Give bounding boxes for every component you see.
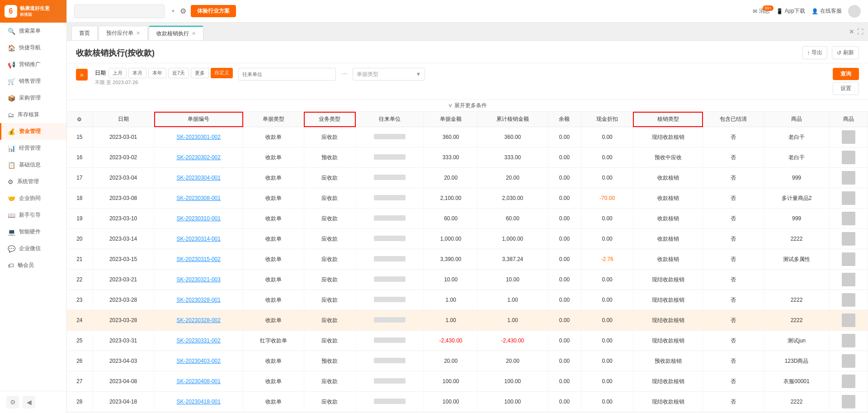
sidebar-item-marketing[interactable]: 📢 营销推广 [0,56,66,73]
search-input[interactable] [78,8,160,14]
cell-write-type: 现结收款核销 [633,270,703,290]
sidebar-item-basic[interactable]: 📋 基础信息 [0,157,66,173]
sidebar-item-weixin[interactable]: 💬 企业微信 [0,240,66,257]
date-btn-thisyear[interactable]: 本年 [148,68,166,78]
sidebar-label-enterprise: 企业协同 [19,195,41,202]
sidebar-item-quicknav[interactable]: 🏠 快捷导航 [0,39,66,56]
col-discount: 现金折扣 [581,112,633,127]
cell-product2 [830,392,868,412]
sidebar-item-hardware[interactable]: 💻 智能硬件 [0,223,66,240]
sidebar-item-finance[interactable]: 💰 资金管理 [0,123,66,140]
cell-product2 [830,209,868,229]
cell-date: 2023-03-14 [92,229,154,249]
data-table: ⚙ 日期 单据编号 单据类型 业务类型 往来单位 单据金额 累计核销金额 余额 … [67,112,868,413]
table-row: 25 2023-03-31 SK-20230331-002 红字收款单 应收款 … [67,331,868,351]
cell-type: 红字收款单 [243,331,304,351]
topbar: ▼ ⚙ 体验行业方案 ✉ 消息 99+ 📱 App下载 👤 在线客服 [67,0,868,23]
cell-written: 10.00 [478,270,547,290]
table-row: 20 2023-03-14 SK-20230314-001 收款单 应收款 1,… [67,229,868,249]
cell-settled: 否 [703,392,764,412]
cell-settled: 否 [703,147,764,168]
cell-code: SK-20230321-003 [154,270,243,290]
cell-write-type: 现结收款核销 [633,310,703,331]
service-label: 在线客服 [820,7,842,15]
cell-date: 2023-03-04 [92,168,154,188]
tab-receipt[interactable]: 收款核销执行 ✕ [149,26,203,40]
partner-label: 往来单位 [242,71,262,78]
filter-actions: 查询 设置 [833,68,859,95]
cell-written: 20.00 [478,351,547,371]
date-btn-7days[interactable]: 近7天 [168,68,189,78]
close-window-icon[interactable]: ✕ [849,28,854,35]
cell-product1: 999 [764,209,830,229]
tab-home[interactable]: 首页 [71,26,98,40]
sidebar-item-purchase[interactable]: 📦 采购管理 [0,90,66,106]
tab-receipt-close[interactable]: ✕ [192,31,196,37]
sidebar-collapse-btn[interactable]: ◀ [23,396,35,408]
cell-type: 收款单 [243,188,304,209]
sidebar-item-guide[interactable]: 📖 新手引导 [0,207,66,223]
cell-discount: 0.00 [581,392,633,412]
cell-date: 2023-03-10 [92,209,154,229]
sidebar-item-system[interactable]: ⚙ 系统管理 [0,173,66,190]
cell-biz: 应收款 [304,371,356,392]
table-row: 19 2023-03-10 SK-20230310-001 收款单 应收款 60… [67,209,868,229]
table-row: 15 2023-03-01 SK-20230301-002 收款单 应收款 36… [67,127,868,147]
table-row: 26 2023-04-03 SK-20230403-002 收款单 预收款 20… [67,351,868,371]
settings-gear-icon[interactable]: ⚙ [180,7,186,15]
col-settled: 包含已结清 [703,112,764,127]
cell-biz: 应收款 [304,249,356,270]
cell-balance: 0.00 [547,270,581,290]
filter-date-range: 不限 至 2023-07-26 [95,79,233,86]
cell-settled: 否 [703,331,764,351]
cell-written: 1,000.00 [478,229,547,249]
tab-prepay-close[interactable]: ✕ [136,30,140,36]
expand-more-bar[interactable]: ∨ 展开更多条件 [67,100,868,112]
export-btn[interactable]: ↑ 导出 [802,46,827,59]
online-service-btn[interactable]: 👤 在线客服 [811,7,842,15]
sidebar-settings-btn[interactable]: ⚙ [6,396,19,408]
user-avatar[interactable] [848,5,861,18]
partner-input[interactable] [264,71,332,77]
sidebar-item-enterprise[interactable]: 🤝 企业协同 [0,190,66,207]
date-btn-more[interactable]: 更多 [191,68,209,78]
cell-product2 [830,229,868,249]
col-settings[interactable]: ⚙ [67,112,92,127]
query-btn[interactable]: 查询 [833,68,859,80]
sidebar-item-operation[interactable]: 📊 经营管理 [0,140,66,157]
cell-biz: 预收款 [304,147,356,168]
sidebar-item-search[interactable]: 🔍 搜索菜单 [0,23,66,39]
cell-amount: 3,390.00 [424,249,478,270]
cell-date: 2023-04-08 [92,371,154,392]
cell-type: 收款单 [243,209,304,229]
cell-code: SK-20230301-002 [154,127,243,147]
voucher-label: 单据类型 [357,71,378,78]
sidebar-item-sales[interactable]: 🛒 销售管理 [0,73,66,90]
cell-write-type: 现结收款核销 [633,331,703,351]
sidebar-menu: 🔍 搜索菜单 🏠 快捷导航 📢 营销推广 🛒 销售管理 📦 采购管理 🗂 库存核… [0,23,66,391]
settings-btn[interactable]: 设置 [833,82,859,95]
tab-prepay[interactable]: 预付应付单 ✕ [99,26,148,40]
app-download-btn[interactable]: 📱 App下载 [776,7,805,15]
sidebar-item-inventory[interactable]: 🗂 库存核算 [0,106,66,123]
cell-write-type: 现结收款核销 [633,290,703,310]
refresh-btn[interactable]: ↺ 刷新 [832,46,859,59]
cell-code: SK-20230418-001 [154,392,243,412]
cell-partner [356,351,424,371]
table-row: 23 2023-03-28 SK-20230328-001 收款单 应收款 1.… [67,290,868,310]
trial-btn[interactable]: 体验行业方案 [191,5,236,17]
cell-no: 21 [67,249,92,270]
date-btn-lastmonth[interactable]: 上月 [108,68,127,78]
date-btn-thismonth[interactable]: 本月 [128,68,146,78]
date-btn-custom[interactable]: 自定义 [211,68,233,78]
cell-partner [356,147,424,168]
sidebar-footer: ⚙ ◀ [0,391,66,413]
maximize-icon[interactable]: ⛶ [857,28,863,35]
cell-settled: 否 [703,351,764,371]
refresh-label: 刷新 [843,49,854,57]
cell-discount: 0.00 [581,331,633,351]
filter-toggle-btn[interactable]: » [76,69,88,81]
sidebar-item-member[interactable]: 🏷 畅会员 [0,257,66,274]
cell-written: 1.00 [478,290,547,310]
message-btn[interactable]: ✉ 消息 99+ [753,7,770,15]
